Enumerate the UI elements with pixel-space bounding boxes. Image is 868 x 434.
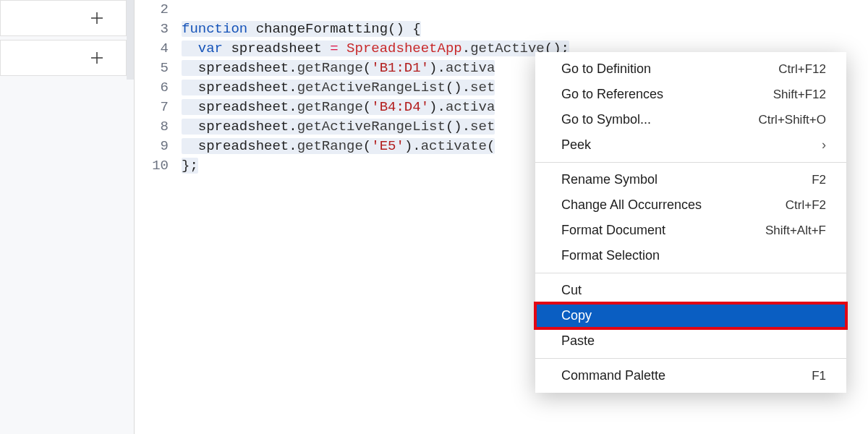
menu-item-label: Go to Symbol... xyxy=(561,112,651,127)
line-number: 2 xyxy=(135,0,182,20)
menu-item-go-to-definition[interactable]: Go to DefinitionCtrl+F12 xyxy=(535,56,846,82)
menu-item-label: Rename Symbol xyxy=(561,172,658,187)
sidebar xyxy=(0,0,127,80)
line-number: 10 xyxy=(135,156,182,176)
menu-separator xyxy=(535,273,846,273)
menu-item-label: Format Document xyxy=(561,223,665,238)
menu-separator xyxy=(535,358,846,359)
line-number: 7 xyxy=(135,98,182,117)
line-number: 8 xyxy=(135,117,182,137)
menu-separator xyxy=(535,162,846,163)
menu-item-command-palette[interactable]: Command PaletteF1 xyxy=(535,363,846,388)
menu-item-label: Copy xyxy=(561,308,592,323)
menu-item-shortcut: Shift+Alt+F xyxy=(765,224,826,238)
menu-item-format-document[interactable]: Format DocumentShift+Alt+F xyxy=(535,218,846,243)
menu-item-label: Cut xyxy=(561,283,582,298)
menu-item-paste[interactable]: Paste xyxy=(535,328,846,354)
code-content[interactable]: function changeFormatting() { xyxy=(182,20,868,39)
menu-item-shortcut: Ctrl+F2 xyxy=(786,198,826,213)
add-button-1[interactable] xyxy=(0,0,127,36)
menu-item-shortcut: F1 xyxy=(812,369,826,383)
menu-item-shortcut: F2 xyxy=(812,173,826,187)
menu-item-go-to-symbol[interactable]: Go to Symbol...Ctrl+Shift+O xyxy=(535,107,846,132)
menu-item-go-to-references[interactable]: Go to ReferencesShift+F12 xyxy=(535,82,846,107)
menu-item-label: Peek xyxy=(561,137,591,153)
line-number: 4 xyxy=(135,39,182,59)
plus-icon xyxy=(88,49,106,67)
menu-item-copy[interactable]: Copy xyxy=(535,303,846,328)
menu-item-label: Paste xyxy=(561,333,595,349)
plus-icon xyxy=(88,9,106,27)
menu-item-shortcut: Ctrl+F12 xyxy=(778,62,826,77)
menu-item-cut[interactable]: Cut xyxy=(535,278,846,303)
menu-item-shortcut: Ctrl+Shift+O xyxy=(758,113,826,127)
line-number: 3 xyxy=(135,20,182,39)
line-number: 5 xyxy=(135,59,182,78)
menu-item-label: Command Palette xyxy=(561,368,665,383)
menu-item-label: Go to References xyxy=(561,87,663,102)
code-line[interactable]: 3function changeFormatting() { xyxy=(135,20,868,39)
menu-item-change-all-occurrences[interactable]: Change All OccurrencesCtrl+F2 xyxy=(535,192,846,218)
menu-item-peek[interactable]: Peek› xyxy=(535,132,846,158)
menu-item-rename-symbol[interactable]: Rename SymbolF2 xyxy=(535,167,846,192)
menu-item-label: Go to Definition xyxy=(561,61,651,77)
menu-item-label: Format Selection xyxy=(561,248,660,263)
line-number: 6 xyxy=(135,78,182,98)
menu-item-shortcut: Shift+F12 xyxy=(773,88,826,102)
code-line[interactable]: 2 xyxy=(135,0,868,20)
line-number: 9 xyxy=(135,137,182,156)
menu-item-format-selection[interactable]: Format Selection xyxy=(535,243,846,268)
menu-item-label: Change All Occurrences xyxy=(561,197,702,213)
add-button-2[interactable] xyxy=(0,40,127,76)
chevron-right-icon: › xyxy=(822,137,826,153)
context-menu: Go to DefinitionCtrl+F12Go to References… xyxy=(535,52,846,393)
